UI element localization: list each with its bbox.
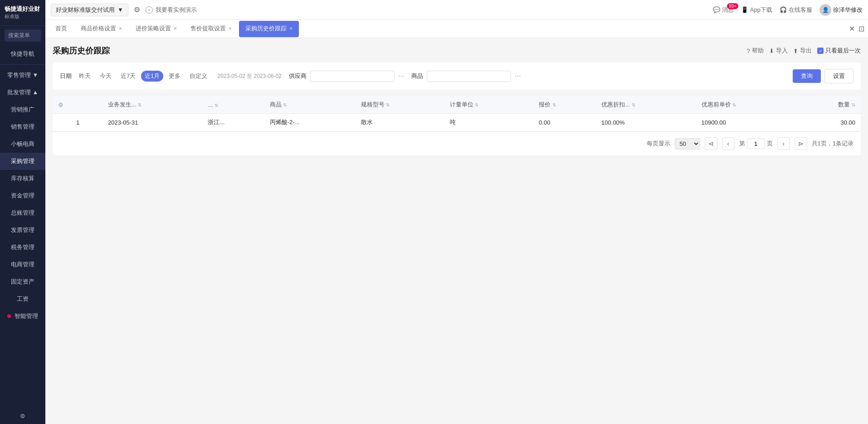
- sort-icon-quote[interactable]: ⇅: [552, 102, 556, 107]
- tab-price-setting-close[interactable]: ×: [119, 25, 122, 32]
- sidebar-item-smart[interactable]: 智能管理: [0, 308, 45, 325]
- date-opt-last7[interactable]: 近7天: [117, 71, 139, 82]
- online-service-button[interactable]: 🎧 在线客服: [780, 6, 812, 14]
- supplier-more-icon[interactable]: ···: [398, 72, 404, 80]
- sidebar-item-ecomm[interactable]: 电商管理: [0, 256, 45, 273]
- col-header-quote[interactable]: 报价 ⇅: [533, 96, 596, 114]
- date-opt-yesterday[interactable]: 昨天: [75, 71, 94, 82]
- col-header-spec[interactable]: 规格型号 ⇅: [356, 96, 444, 114]
- col-header-quantity[interactable]: 数量 ⇅: [798, 96, 861, 114]
- sidebar-item-quicknav[interactable]: 快捷导航: [0, 45, 45, 63]
- sort-icon-discount-pct[interactable]: ⇅: [632, 102, 635, 107]
- table-gear-icon[interactable]: ⚙: [58, 101, 63, 108]
- tab-purchase-history-close[interactable]: ×: [289, 25, 293, 32]
- sidebar-item-ledger[interactable]: 总账管理: [0, 204, 45, 222]
- tab-price-setting[interactable]: 商品价格设置 ×: [74, 21, 128, 37]
- sort-icon-quantity[interactable]: ⇅: [852, 102, 855, 107]
- last-page-button[interactable]: ⊳: [795, 137, 807, 150]
- export-label: 导出: [800, 47, 812, 55]
- col-header-unit[interactable]: 计量单位 ⇅: [444, 96, 533, 114]
- page-label: 第: [739, 140, 745, 148]
- export-button[interactable]: ⬆ 导出: [793, 47, 812, 55]
- query-button[interactable]: 查询: [793, 69, 821, 83]
- sort-icon-spec[interactable]: ⇅: [386, 102, 390, 107]
- sidebar-item-purchase[interactable]: 采购管理: [0, 153, 45, 170]
- sidebar-item-inventory[interactable]: 库存核算: [0, 170, 45, 187]
- date-opt-more[interactable]: 更多: [165, 71, 184, 82]
- sidebar-item-salary[interactable]: 工资: [0, 290, 45, 308]
- first-page-button[interactable]: ⊲: [705, 137, 717, 150]
- date-options: 昨天 今天 近7天 近1月 更多 自定义: [75, 71, 211, 82]
- settings-button[interactable]: 设置: [824, 69, 853, 83]
- app-logo: 畅捷通好业财 标准版: [0, 0, 45, 26]
- online-service-label: 在线客服: [789, 6, 812, 14]
- sidebar-item-retail[interactable]: 零售管理 ▼: [0, 67, 45, 84]
- sidebar-item-marketing[interactable]: 营销推广: [0, 101, 45, 118]
- sidebar-item-label: 批发管理: [7, 88, 31, 96]
- per-page-select[interactable]: 50 20 100 200: [675, 138, 700, 149]
- product-name: 好业财标准版交付试用: [56, 6, 115, 14]
- sort-icon-pre-discount-price[interactable]: ⇅: [732, 102, 736, 107]
- sort-icon-more[interactable]: ⇅: [215, 103, 218, 108]
- sidebar-item-ecomm-small[interactable]: 小畅电商: [0, 135, 45, 153]
- app-download-button[interactable]: 📱 App下载: [741, 6, 772, 14]
- sidebar-item-sales[interactable]: 销售管理: [0, 118, 45, 135]
- col-header-more[interactable]: ... ⇅: [202, 96, 264, 114]
- sidebar-search-area[interactable]: 搜索菜单: [0, 26, 45, 45]
- tab-purchase-history-label: 采购历史价跟踪: [245, 24, 287, 33]
- product-more-icon[interactable]: ···: [515, 72, 521, 80]
- search-menu-button[interactable]: 搜索菜单: [5, 29, 41, 42]
- tab-close-icon[interactable]: ✕: [849, 24, 855, 33]
- supplier-input[interactable]: [310, 71, 395, 82]
- col-header-product[interactable]: 商品 ⇅: [264, 96, 356, 114]
- col-header-biz-date[interactable]: 业务发生... ⇅: [102, 96, 203, 114]
- date-opt-custom[interactable]: 自定义: [186, 71, 211, 82]
- sidebar-item-finance[interactable]: 资金管理: [0, 187, 45, 204]
- tab-purchase-strategy[interactable]: 进价策略设置 ×: [129, 21, 183, 37]
- demo-label: 我要看实例演示: [156, 6, 197, 14]
- table-row: 1 2023-05-31 浙江... 丙烯酸-2-... 散水 吨 0.00 1…: [53, 114, 861, 131]
- tab-purchase-history[interactable]: 采购历史价跟踪 ×: [239, 21, 299, 37]
- demo-button[interactable]: ○ 我要看实例演示: [146, 6, 197, 14]
- page-unit: 页: [767, 140, 773, 148]
- sidebar-item-tax[interactable]: 税务管理: [0, 239, 45, 256]
- help-circle-icon: ?: [747, 48, 750, 54]
- sidebar-item-assets[interactable]: 固定资产: [0, 273, 45, 290]
- sidebar: 畅捷通好业财 标准版 搜索菜单 快捷导航 零售管理 ▼ 批发管理 ▲ 营销推广 …: [0, 0, 45, 424]
- tab-maximize-icon[interactable]: ⊡: [858, 24, 864, 33]
- topbar-settings-icon[interactable]: ⚙: [134, 5, 140, 14]
- tab-purchase-strategy-close[interactable]: ×: [174, 25, 177, 32]
- date-opt-last1month[interactable]: 近1月: [141, 71, 163, 82]
- help-button[interactable]: ? 帮助: [747, 47, 764, 55]
- sort-icon-biz-date[interactable]: ⇅: [138, 102, 141, 107]
- only-last-checkbox[interactable]: ✓ 只看最后一次: [817, 47, 861, 55]
- product-input[interactable]: [427, 71, 511, 82]
- tab-sale-extract[interactable]: 售价提取设置 ×: [184, 21, 238, 37]
- table-body: 1 2023-05-31 浙江... 丙烯酸-2-... 散水 吨 0.00 1…: [53, 114, 861, 131]
- next-page-button[interactable]: ›: [777, 137, 790, 150]
- col-header-gear[interactable]: ⚙: [53, 96, 71, 114]
- tab-home[interactable]: 首页: [49, 21, 73, 37]
- col-header-discount-pct[interactable]: 优惠折扣... ⇅: [596, 96, 696, 114]
- demo-circle-icon: ○: [146, 6, 153, 14]
- col-biz-date-label: 业务发生...: [108, 101, 137, 108]
- page-input[interactable]: [747, 139, 765, 149]
- sidebar-item-invoice[interactable]: 发票管理: [0, 222, 45, 239]
- sidebar-item-wholesale[interactable]: 批发管理 ▲: [0, 84, 45, 101]
- col-header-pre-discount-price[interactable]: 优惠前单价 ⇅: [696, 96, 798, 114]
- sidebar-gear-icon[interactable]: ⚙: [20, 413, 25, 419]
- product-selector[interactable]: 好业财标准版交付试用 ▼: [51, 4, 128, 16]
- sort-icon-unit[interactable]: ⇅: [475, 102, 478, 107]
- date-opt-today[interactable]: 今天: [96, 71, 115, 82]
- tab-bar: 首页 商品价格设置 × 进价策略设置 × 售价提取设置 × 采购历史价跟踪 × …: [45, 20, 868, 38]
- user-menu[interactable]: 👤 徐泽华修改: [819, 4, 863, 16]
- tab-sale-extract-close[interactable]: ×: [229, 25, 232, 32]
- topbar: 好业财标准版交付试用 ▼ ⚙ ○ 我要看实例演示 💬 消息 99+ 📱 App下…: [45, 0, 868, 20]
- import-button[interactable]: ⬇ 导入: [769, 47, 788, 55]
- sort-icon-product[interactable]: ⇅: [283, 102, 287, 107]
- export-icon: ⬆: [793, 48, 798, 54]
- col-discount-pct-label: 优惠折扣...: [601, 101, 630, 108]
- prev-page-button[interactable]: ‹: [722, 137, 735, 150]
- messages-button[interactable]: 💬 消息 99+: [713, 6, 734, 14]
- per-page-label: 每页显示: [647, 140, 670, 148]
